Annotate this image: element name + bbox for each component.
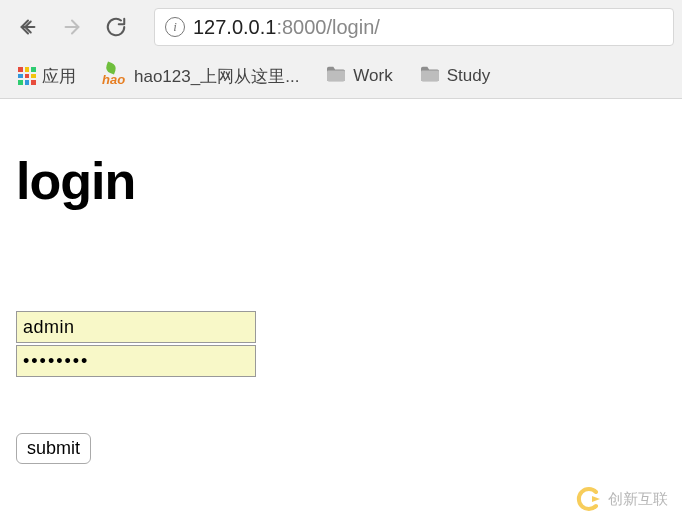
bookmark-label: hao123_上网从这里... xyxy=(134,65,299,88)
url-host: 127.0.0.1 xyxy=(193,16,276,38)
watermark: 创新互联 xyxy=(576,486,668,512)
bookmark-hao123[interactable]: hao hao123_上网从这里... xyxy=(102,65,299,88)
back-button[interactable] xyxy=(8,7,48,47)
arrow-right-icon xyxy=(61,16,83,38)
submit-button[interactable]: submit xyxy=(16,433,91,464)
arrow-left-icon xyxy=(17,16,39,38)
folder-icon xyxy=(419,65,441,88)
bookmark-label: Study xyxy=(447,66,490,86)
svg-rect-1 xyxy=(327,70,345,81)
bookmark-folder-study[interactable]: Study xyxy=(419,65,490,88)
bookmark-folder-work[interactable]: Work xyxy=(325,65,392,88)
bookmark-label: 应用 xyxy=(42,65,76,88)
url-path: :8000/login/ xyxy=(276,16,379,38)
forward-button[interactable] xyxy=(52,7,92,47)
page-content: login submit xyxy=(0,99,682,474)
svg-rect-2 xyxy=(421,70,439,81)
watermark-text: 创新互联 xyxy=(608,490,668,509)
bookmarks-bar: 应用 hao hao123_上网从这里... Work Study xyxy=(0,54,682,98)
reload-icon xyxy=(105,16,127,38)
svg-marker-3 xyxy=(592,496,600,502)
page-title: login xyxy=(16,151,666,211)
browser-toolbar: i 127.0.0.1:8000/login/ xyxy=(0,0,682,54)
username-input[interactable] xyxy=(16,311,256,343)
bookmark-apps[interactable]: 应用 xyxy=(18,65,76,88)
address-bar[interactable]: i 127.0.0.1:8000/login/ xyxy=(154,8,674,46)
bookmark-label: Work xyxy=(353,66,392,86)
url-text: 127.0.0.1:8000/login/ xyxy=(193,16,380,39)
browser-chrome: i 127.0.0.1:8000/login/ 应用 hao hao123_上网… xyxy=(0,0,682,99)
password-input[interactable] xyxy=(16,345,256,377)
apps-grid-icon xyxy=(18,67,36,85)
login-form: submit xyxy=(16,311,666,464)
hao123-icon: hao xyxy=(102,67,128,85)
site-info-icon[interactable]: i xyxy=(165,17,185,37)
folder-icon xyxy=(325,65,347,88)
watermark-logo-icon xyxy=(576,486,602,512)
reload-button[interactable] xyxy=(96,7,136,47)
